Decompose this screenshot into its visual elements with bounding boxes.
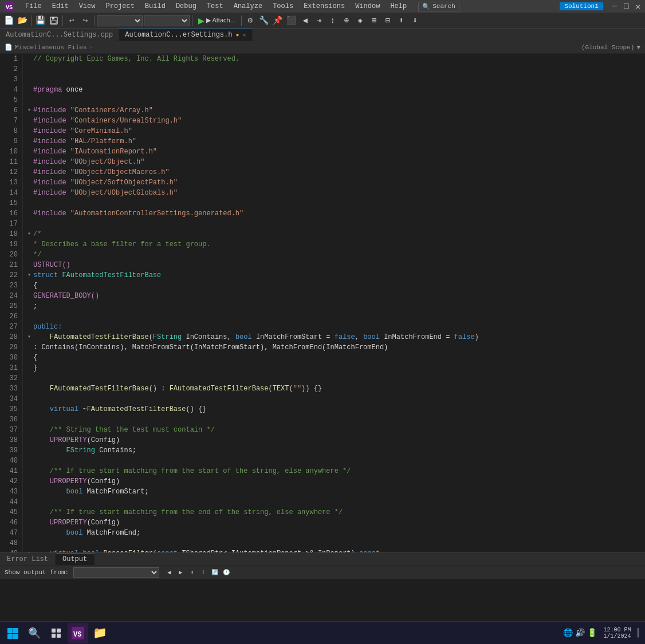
vs-taskbar-icon[interactable]: VS bbox=[68, 623, 88, 643]
token: ( bbox=[153, 548, 157, 552]
scope-dropdown-icon[interactable]: ▼ bbox=[636, 44, 640, 51]
line-number-22: 22 bbox=[5, 270, 18, 280]
search-taskbar-btn[interactable]: 🔍 bbox=[24, 623, 45, 643]
line-number-31: 31 bbox=[5, 363, 18, 373]
token: UPROPERTY bbox=[33, 476, 87, 487]
start-button[interactable] bbox=[2, 623, 23, 643]
file-explorer-icon[interactable]: 📁 bbox=[89, 623, 110, 643]
svg-text:VS: VS bbox=[73, 631, 81, 639]
menu-build[interactable]: Build bbox=[140, 1, 170, 11]
toolbar-btn-12[interactable]: ↕ bbox=[327, 14, 339, 27]
taskbar-time[interactable]: 12:00 PM 1/1/2024 bbox=[599, 627, 636, 639]
menu-help[interactable]: Help bbox=[386, 1, 411, 11]
fold-spacer-7 bbox=[27, 116, 33, 126]
toolbar-btn-9[interactable]: ⬛ bbox=[285, 14, 298, 27]
menu-analyze[interactable]: Analyze bbox=[229, 1, 267, 11]
tab-error-list[interactable]: Error List bbox=[0, 553, 56, 565]
menu-test[interactable]: Test bbox=[202, 1, 228, 11]
output-btn-4[interactable]: ↕ bbox=[198, 567, 209, 578]
output-btn-5[interactable]: 🔄 bbox=[210, 567, 220, 578]
network-icon[interactable]: 🌐 bbox=[563, 628, 573, 638]
show-desktop-btn[interactable]: ▏ bbox=[638, 628, 643, 638]
volume-icon[interactable]: 🔊 bbox=[575, 628, 585, 638]
toolbar-btn-8[interactable]: 📌 bbox=[272, 14, 284, 27]
toolbar-btn-18[interactable]: ⬇ bbox=[409, 14, 422, 27]
menu-debug[interactable]: Debug bbox=[171, 1, 201, 11]
save-all-btn[interactable] bbox=[48, 14, 60, 27]
code-area[interactable]: // Copyright Epic Games, Inc. All Rights… bbox=[23, 54, 611, 552]
output-source-select[interactable] bbox=[73, 567, 159, 578]
toolbar-btn-10[interactable]: ◀ bbox=[299, 14, 312, 27]
fold-arrow-6[interactable]: ▾ bbox=[27, 105, 33, 116]
task-view-btn[interactable] bbox=[46, 623, 66, 643]
fold-arrow-28[interactable]: ▾ bbox=[27, 332, 33, 342]
toolbar-btn-13[interactable]: ⊕ bbox=[340, 14, 353, 27]
fold-spacer-37 bbox=[27, 425, 33, 435]
token: } bbox=[33, 363, 37, 373]
menu-view[interactable]: View bbox=[74, 1, 100, 11]
fold-spacer-31 bbox=[27, 363, 33, 373]
menu-extensions[interactable]: Extensions bbox=[299, 1, 349, 11]
output-toolbar: Show output from: ◀ ▶ ⬇ ↕ 🔄 🕐 bbox=[0, 566, 645, 579]
config-dropdown[interactable] bbox=[97, 15, 143, 26]
main-editor-area: 1234567891011121314151617181920212223242… bbox=[0, 54, 645, 621]
token: bool bbox=[33, 528, 82, 538]
search-icon: 🔍 bbox=[422, 3, 430, 10]
fold-spacer-36 bbox=[27, 414, 33, 425]
open-btn[interactable]: 📂 bbox=[16, 14, 29, 27]
save-btn[interactable]: 💾 bbox=[34, 14, 46, 27]
output-btn-3[interactable]: ⬇ bbox=[187, 567, 197, 578]
toolbar-btn-17[interactable]: ⬆ bbox=[395, 14, 408, 27]
svg-rect-8 bbox=[13, 634, 18, 639]
tab-h[interactable]: AutomationC...erSettings.h ● ✕ bbox=[119, 29, 252, 41]
new-project-btn[interactable]: 📄 bbox=[2, 14, 15, 27]
platform-dropdown[interactable] bbox=[144, 15, 190, 26]
output-tabbar: Error List Output bbox=[0, 553, 645, 566]
token: () {} bbox=[186, 404, 206, 414]
redo-btn[interactable]: ↪ bbox=[79, 14, 92, 27]
line-number-7: 7 bbox=[5, 116, 18, 126]
toolbar-btn-15[interactable]: ⊞ bbox=[368, 14, 380, 27]
token: () : bbox=[149, 384, 170, 394]
output-btn-1[interactable]: ◀ bbox=[164, 567, 174, 578]
output-btn-6[interactable]: 🕐 bbox=[221, 567, 231, 578]
window-minimize[interactable]: ─ bbox=[612, 2, 617, 11]
menu-project[interactable]: Project bbox=[101, 1, 139, 11]
output-btn-2[interactable]: ▶ bbox=[175, 567, 186, 578]
menu-edit[interactable]: Edit bbox=[48, 1, 73, 11]
toolbar-btn-6[interactable]: ⚙ bbox=[244, 14, 257, 27]
token: public: bbox=[33, 322, 62, 332]
toolbar-btn-11[interactable]: ⇥ bbox=[313, 14, 325, 27]
toolbar-btn-16[interactable]: ⊟ bbox=[382, 14, 394, 27]
line-number-25: 25 bbox=[5, 301, 18, 311]
window-close[interactable]: ✕ bbox=[636, 2, 640, 11]
menu-tools[interactable]: Tools bbox=[268, 1, 298, 11]
scope-misc-files[interactable]: Miscellaneous Files bbox=[15, 44, 86, 51]
toolbar-btn-7[interactable]: 🔧 bbox=[258, 14, 270, 27]
fold-spacer-1 bbox=[27, 54, 33, 64]
battery-icon[interactable]: 🔋 bbox=[587, 628, 597, 638]
tab-output[interactable]: Output bbox=[56, 553, 95, 565]
toolbar-btn-14[interactable]: ◈ bbox=[354, 14, 367, 27]
token: "UObject/Object.h" bbox=[70, 157, 145, 167]
undo-btn[interactable]: ↩ bbox=[65, 14, 78, 27]
scope-global[interactable]: (Global Scope) bbox=[581, 44, 634, 51]
window-maximize[interactable]: □ bbox=[624, 2, 628, 11]
code-line-8: #include "CoreMinimal.h" bbox=[27, 126, 611, 136]
fold-spacer-47 bbox=[27, 528, 33, 538]
tab-cpp[interactable]: AutomationC...Settings.cpp bbox=[0, 29, 119, 41]
code-line-28: ▾ FAutomatedTestFilterBase(FString InCon… bbox=[27, 332, 611, 342]
fold-arrow-49[interactable]: ▾ bbox=[27, 548, 33, 552]
fold-arrow-18[interactable]: ▾ bbox=[27, 229, 33, 239]
fold-arrow-22[interactable]: ▾ bbox=[27, 270, 33, 280]
token: */ bbox=[33, 250, 41, 260]
tab-close-btn[interactable]: ✕ bbox=[242, 31, 246, 38]
editor-body: 1234567891011121314151617181920212223242… bbox=[0, 54, 645, 552]
menu-window[interactable]: Window bbox=[351, 1, 384, 11]
token: #include bbox=[33, 136, 66, 147]
solution-badge: Solution1 bbox=[560, 2, 603, 10]
attach-button[interactable]: ▶ ▶ Attach... bbox=[195, 16, 239, 25]
search-box[interactable]: 🔍 Search bbox=[418, 2, 459, 11]
line-number-20: 20 bbox=[5, 250, 18, 260]
menu-file[interactable]: File bbox=[21, 1, 46, 11]
